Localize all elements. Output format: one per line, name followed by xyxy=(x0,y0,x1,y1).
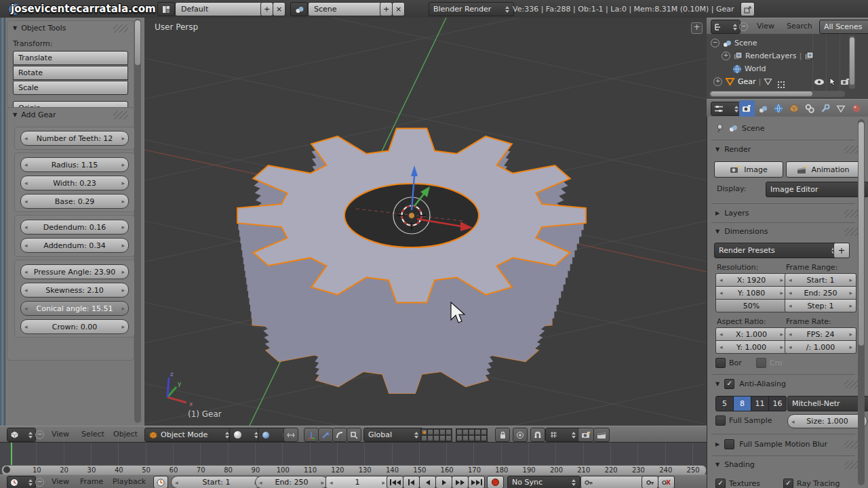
tool-shelf-scrollbar[interactable] xyxy=(134,19,141,423)
manipulator-rotate-toggle[interactable] xyxy=(332,428,347,442)
render-presets-dropdown[interactable]: Render Presets xyxy=(714,243,840,258)
preset-add-button[interactable]: + xyxy=(833,243,850,258)
outliner-row-gear[interactable]: + Gear | xyxy=(713,75,779,88)
panel-grip-icon[interactable] xyxy=(113,24,128,33)
dimensions-panel-header[interactable]: ▼ Dimensions xyxy=(715,227,859,236)
snap-toggle[interactable] xyxy=(530,428,545,442)
view3d-menu-object[interactable]: Object xyxy=(113,430,138,439)
scrollbar-thumb[interactable] xyxy=(859,122,864,346)
outliner-row-renderlayers[interactable]: + RenderLayers | xyxy=(722,49,814,62)
render-engine-dropdown[interactable]: Blender Render xyxy=(429,2,514,16)
fps-base-slider[interactable]: ◂/: 1.000▸ xyxy=(785,340,856,354)
view3d-menu-view[interactable]: View xyxy=(52,430,69,439)
orientation-dropdown[interactable]: Global xyxy=(363,428,423,442)
radius-slider[interactable]: ◂Radius: 1.15▸ xyxy=(20,157,129,172)
pivot-align-toggle[interactable] xyxy=(283,428,298,442)
outliner-row-scene[interactable]: − Scene xyxy=(711,37,757,49)
frame-end-slider[interactable]: ◂End: 250▸ xyxy=(255,476,328,488)
timeline-menu-view[interactable]: View xyxy=(52,477,69,486)
aa-sample-11[interactable]: 11 xyxy=(751,396,769,411)
current-frame-field[interactable]: ◂1▸ xyxy=(326,476,389,488)
panel-grip-icon[interactable] xyxy=(844,380,859,388)
outliner-hscrollbar[interactable] xyxy=(709,91,845,97)
aa-sample-8[interactable]: 8 xyxy=(734,396,751,411)
expand-icon[interactable]: + xyxy=(713,77,722,86)
scene-field[interactable]: Scene xyxy=(308,2,391,16)
layout-close-button[interactable]: × xyxy=(273,2,285,16)
panel-grip-icon[interactable] xyxy=(113,111,128,119)
ray-tracing-checkbox[interactable]: ✓ xyxy=(783,479,793,488)
window-duplicate-button[interactable] xyxy=(741,2,755,16)
scrollbar-thumb[interactable] xyxy=(850,37,854,85)
outliner-vscrollbar[interactable] xyxy=(849,36,855,89)
proportional-edit-toggle[interactable] xyxy=(513,428,528,442)
delete-keyframe-button[interactable] xyxy=(658,476,675,488)
rotate-button[interactable]: Rotate xyxy=(13,66,128,80)
outliner-menu-search[interactable]: Search xyxy=(787,22,812,30)
scrollbar-thumb[interactable] xyxy=(711,92,812,96)
collapse-triangle-icon[interactable]: ▼ xyxy=(715,462,719,468)
play-button[interactable] xyxy=(435,476,452,488)
resolution-percent-button[interactable]: 50% xyxy=(715,299,787,312)
eye-icon[interactable] xyxy=(814,78,825,86)
region-plus-icon[interactable]: + xyxy=(691,22,703,34)
crown-slider[interactable]: ◂Crown: 0.00▸ xyxy=(20,319,129,334)
insert-keyframe-button[interactable] xyxy=(642,476,658,488)
timeline-menu-playback[interactable]: Playback xyxy=(113,477,146,486)
tab-modifiers[interactable] xyxy=(817,100,833,117)
resolution-x-slider[interactable]: ◂X: 1920▸ xyxy=(715,273,787,287)
full-sample-checkbox[interactable] xyxy=(715,415,726,426)
tab-constraints[interactable] xyxy=(802,100,817,117)
frame-start-slider[interactable]: ◂Start: 1▸ xyxy=(171,476,262,488)
render-panel-header[interactable]: ▼ Render xyxy=(715,145,859,154)
dedendum-slider[interactable]: ◂Dedendum: 0.16▸ xyxy=(20,220,129,235)
aa-sample-16[interactable]: 16 xyxy=(769,396,786,411)
slider-right-arrow-icon[interactable]: ▸ xyxy=(121,135,125,142)
layers-grid-right[interactable] xyxy=(456,428,488,442)
use-preview-range-toggle[interactable] xyxy=(153,476,168,488)
scene-add-button[interactable]: + xyxy=(380,2,393,16)
jump-prev-keyframe-button[interactable] xyxy=(403,476,420,488)
tab-world[interactable] xyxy=(770,100,786,117)
layout-add-button[interactable]: + xyxy=(260,2,273,16)
scene-icon-box[interactable] xyxy=(290,2,308,16)
mode-dropdown[interactable]: Object Mode xyxy=(144,428,234,442)
fsmb-checkbox[interactable] xyxy=(724,439,734,449)
tab-scene[interactable] xyxy=(755,100,770,117)
jump-next-keyframe-button[interactable] xyxy=(452,476,469,488)
timeline-ruler[interactable]: 1020304050607080901001101201301401501601… xyxy=(1,465,707,475)
manipulator-axes-toggle[interactable] xyxy=(304,428,319,442)
outliner-menu-view[interactable]: View xyxy=(757,22,774,30)
expand-icon[interactable]: + xyxy=(722,52,730,60)
collapse-triangle-icon[interactable]: ▼ xyxy=(715,228,719,235)
aa-size-slider[interactable]: ◂Size: 1.000▸ xyxy=(787,414,867,428)
manipulator-scale-toggle[interactable] xyxy=(347,428,361,442)
display-dropdown[interactable]: Image Editor xyxy=(766,182,868,197)
tab-render[interactable] xyxy=(739,100,755,117)
collapse-menus-icon[interactable]: − xyxy=(739,22,748,31)
add-gear-title[interactable]: Add Gear xyxy=(21,110,56,119)
tab-object-data[interactable] xyxy=(833,100,848,117)
aa-sample-5[interactable]: 5 xyxy=(716,396,734,411)
aa-filter-dropdown[interactable]: Mitchell-Netr xyxy=(787,396,868,411)
outliner-editor-selector[interactable] xyxy=(711,20,741,34)
aspect-y-slider[interactable]: ◂Y: 1.000▸ xyxy=(715,340,787,354)
fps-slider[interactable]: ◂FPS: 24▸ xyxy=(785,327,856,341)
tab-object[interactable] xyxy=(786,100,802,117)
ruler-left-handle[interactable] xyxy=(3,466,10,473)
skewness-slider[interactable]: ◂Skewness: 2.10▸ xyxy=(20,283,129,298)
scale-button[interactable]: Scale xyxy=(13,81,128,95)
teeth-slider[interactable]: ◂Number of Teeth: 12▸ xyxy=(20,131,129,146)
antialiasing-panel-header[interactable]: ▼ ✓ Anti-Aliasing xyxy=(715,379,859,389)
jump-to-end-button[interactable] xyxy=(468,476,485,488)
resolution-y-slider[interactable]: ◂Y: 1080▸ xyxy=(715,286,787,300)
properties-editor-selector[interactable] xyxy=(711,102,742,116)
conical-angle-slider[interactable]: ◂Conical angle: 15.51▸ xyxy=(20,301,129,316)
current-frame-marker[interactable] xyxy=(11,443,12,465)
textures-checkbox[interactable]: ✓ xyxy=(715,479,726,488)
panel-grip-icon[interactable] xyxy=(844,228,859,236)
frame-start-slider-props[interactable]: ◂Start: 1▸ xyxy=(785,273,856,287)
pressure-angle-slider[interactable]: ◂Pressure Angle: 23.90▸ xyxy=(20,264,129,279)
jump-to-start-button[interactable] xyxy=(387,476,403,488)
frame-step-slider[interactable]: ◂Step: 1▸ xyxy=(785,299,856,312)
